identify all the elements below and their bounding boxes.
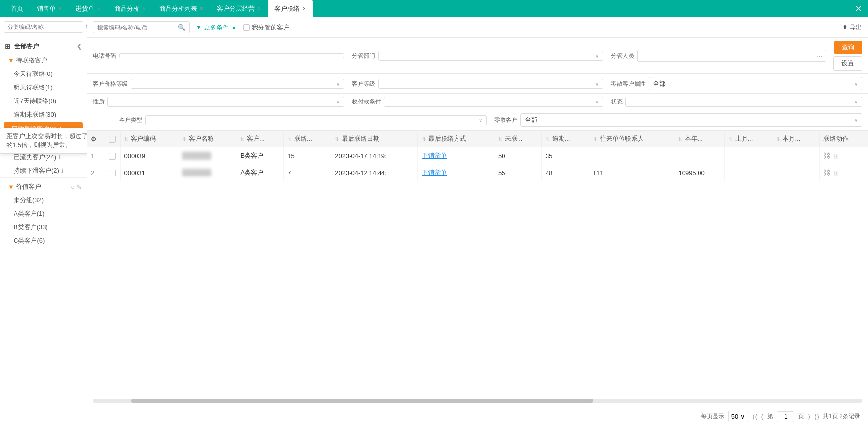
row-checkbox-1[interactable] xyxy=(109,153,116,160)
customer-type-select[interactable]: ∨ xyxy=(145,115,487,125)
sort-icon-type[interactable]: ⇅ xyxy=(240,136,244,142)
status-select[interactable]: ∨ xyxy=(625,97,862,107)
settings-btn[interactable]: 设置 xyxy=(833,56,862,71)
per-page-select[interactable]: 50 ∨ xyxy=(728,411,748,422)
page-total: 共1页 2条记录 xyxy=(823,412,860,421)
col-settings[interactable]: ⚙ xyxy=(87,131,105,147)
tab-customer-segment[interactable]: 客户分层经营 × xyxy=(210,0,268,17)
col-contact-person: ⇅ 往来单位联系人 xyxy=(589,131,674,147)
sidebar-item-declining[interactable]: 持续下滑客户(2) ℹ xyxy=(0,164,87,177)
grid-icon: ⊞ xyxy=(5,43,10,50)
dept-select[interactable]: ∨ xyxy=(378,51,603,61)
sort-icon-lm[interactable]: ⇅ xyxy=(729,136,732,142)
prev-page-btn[interactable]: ⟨ xyxy=(761,413,763,421)
sort-icon-name[interactable]: ⇅ xyxy=(182,136,186,142)
sidebar-item-c-class[interactable]: C类客户(6) xyxy=(0,234,87,248)
all-customers-header[interactable]: ⊞ 全部客户 ❮ xyxy=(0,39,87,54)
tab-customer-segment-close[interactable]: × xyxy=(258,5,261,12)
row-cb-1[interactable] xyxy=(105,147,120,164)
col-overdue: ⇅ 逾期... xyxy=(541,131,589,147)
pending-contact-group[interactable]: ▼ 待联络客户 xyxy=(0,54,87,67)
phone-input[interactable] xyxy=(119,53,344,58)
sidebar-item-tomorrow[interactable]: 明天待联络(1) xyxy=(0,81,87,94)
tab-home[interactable]: 首页 xyxy=(4,0,30,17)
table-row: 2 000031 A类客户 7 2023-04-12 14:44: 下销货单 5… xyxy=(87,164,868,181)
query-btn[interactable]: 查询 xyxy=(834,41,862,54)
dept-cell: 分管部门 ∨ xyxy=(352,51,603,61)
gender-select[interactable]: ∨ xyxy=(107,97,344,107)
col-checkbox[interactable] xyxy=(105,131,120,147)
grid-action-icon-1[interactable]: ⊞ xyxy=(833,152,839,160)
next-page-btn[interactable]: ⟩ xyxy=(808,413,810,421)
customer-level-cell: 客户等级 ∨ xyxy=(352,79,603,89)
sort-icon-nc[interactable]: ⇅ xyxy=(498,136,502,142)
more-conditions-btn[interactable]: ▼ 更多条件 ▲ xyxy=(196,23,237,32)
scrollbar-thumb[interactable] xyxy=(131,399,593,403)
sidebar-item-today[interactable]: 今天待联络(0) xyxy=(0,67,87,81)
sidebar-item-b-class[interactable]: B类客户(33) xyxy=(0,220,87,234)
sidebar-item-a-class[interactable]: A类客户(1) xyxy=(0,207,87,220)
sidebar-item-ungroup[interactable]: 未分组(32) xyxy=(0,193,87,207)
tab-product-list[interactable]: 商品分析列表 × xyxy=(152,0,210,17)
info-icon-4: ℹ xyxy=(61,168,63,174)
close-all-tabs[interactable]: ✕ xyxy=(855,3,862,14)
price-level-cell: 客户价格等级 ∨ xyxy=(93,79,344,89)
sidebar-item-overdue[interactable]: 逾期未联络(30) xyxy=(0,108,87,121)
sort-icon[interactable]: ⇅ xyxy=(124,136,128,142)
row-cb-2[interactable] xyxy=(105,164,120,181)
pagination: 每页显示 50 ∨ ⟨⟨ ⟨ 第 页 ⟩ ⟩⟩ 共1页 2条记录 xyxy=(87,407,868,426)
customer-type-cell: 客户类型 ∨ xyxy=(119,115,487,125)
sort-icon-method[interactable]: ⇅ xyxy=(422,136,426,142)
tab-purchase[interactable]: 进货单 × xyxy=(69,0,107,17)
tab-customer-contact[interactable]: 客户联络 × xyxy=(268,0,313,17)
sort-icon-od[interactable]: ⇅ xyxy=(546,136,549,142)
sidebar-item-7days[interactable]: 近7天待联络(0) xyxy=(0,94,87,108)
price-level-label: 客户价格等级 xyxy=(93,80,128,88)
sidebar-search-icon[interactable]: 🔍 xyxy=(85,24,87,31)
row-method-2[interactable]: 下销货单 xyxy=(418,164,494,181)
link-action-icon-2[interactable]: ⛓ xyxy=(823,169,830,176)
sort-icon-ty[interactable]: ⇅ xyxy=(678,136,682,142)
page-input[interactable] xyxy=(777,411,794,422)
settings-gear-icon[interactable]: ⚙ xyxy=(91,135,97,143)
value-group-header[interactable]: ▼ 价值客户 ○ ✎ xyxy=(0,180,87,193)
checkbox-icon[interactable] xyxy=(243,24,250,31)
customer-level-select[interactable]: ∨ xyxy=(378,79,603,89)
tab-sales-close[interactable]: × xyxy=(59,5,62,12)
price-level-select[interactable]: ∨ xyxy=(131,79,344,89)
row-method-1[interactable]: 下销货单 xyxy=(418,147,494,164)
payment-select[interactable]: ∨ xyxy=(384,97,603,107)
last-page-btn[interactable]: ⟩⟩ xyxy=(814,413,819,421)
row-code-2: 000031 xyxy=(120,164,178,181)
top-nav: 首页 销售单 × 进货单 × 商品分析 × 商品分析列表 × 客户分层经营 × … xyxy=(0,0,868,17)
zero-customer-select[interactable]: 全部∨ xyxy=(520,113,862,127)
horizontal-scrollbar[interactable] xyxy=(93,399,862,403)
filter-search-icon[interactable]: 🔍 xyxy=(178,24,185,31)
filter-bar: 🔍 ▼ 更多条件 ▲ 我分管的客户 ⬆ 导出 xyxy=(87,17,868,38)
sort-icon-tm[interactable]: ⇅ xyxy=(776,136,780,142)
filter-search-input[interactable] xyxy=(97,24,176,31)
collapse-icon[interactable]: ❮ xyxy=(77,43,82,50)
tab-customer-contact-close[interactable]: × xyxy=(303,5,306,12)
tab-sales[interactable]: 销售单 × xyxy=(30,0,69,17)
manager-select[interactable]: ··· xyxy=(637,50,826,62)
tab-purchase-close[interactable]: × xyxy=(97,5,101,12)
tab-product-analysis-close[interactable]: × xyxy=(142,5,146,12)
advanced-filter-section: 电话号码 分管部门 ∨ 分管人员 ··· 查询 设置 xyxy=(87,38,868,131)
manager-dots[interactable]: ··· xyxy=(817,52,822,59)
export-btn[interactable]: ⬆ 导出 xyxy=(842,23,862,32)
select-all-checkbox[interactable] xyxy=(109,136,116,143)
row-checkbox-2[interactable] xyxy=(109,170,116,176)
my-customers-checkbox[interactable]: 我分管的客户 xyxy=(243,23,289,32)
edit-icon[interactable]: ✎ xyxy=(76,183,82,191)
zero-attr-select[interactable]: 全部∨ xyxy=(649,77,862,90)
tab-product-list-close[interactable]: × xyxy=(200,5,203,12)
first-page-btn[interactable]: ⟨⟨ xyxy=(752,413,757,421)
link-action-icon-1[interactable]: ⛓ xyxy=(823,152,830,160)
sidebar-search-input[interactable] xyxy=(4,21,83,33)
tab-product-analysis[interactable]: 商品分析 × xyxy=(107,0,152,17)
grid-action-icon-2[interactable]: ⊞ xyxy=(833,169,839,176)
sort-icon-date[interactable]: ⇅ xyxy=(335,136,339,142)
sort-icon-cp[interactable]: ⇅ xyxy=(593,136,597,142)
sort-icon-cn[interactable]: ⇅ xyxy=(288,136,291,142)
